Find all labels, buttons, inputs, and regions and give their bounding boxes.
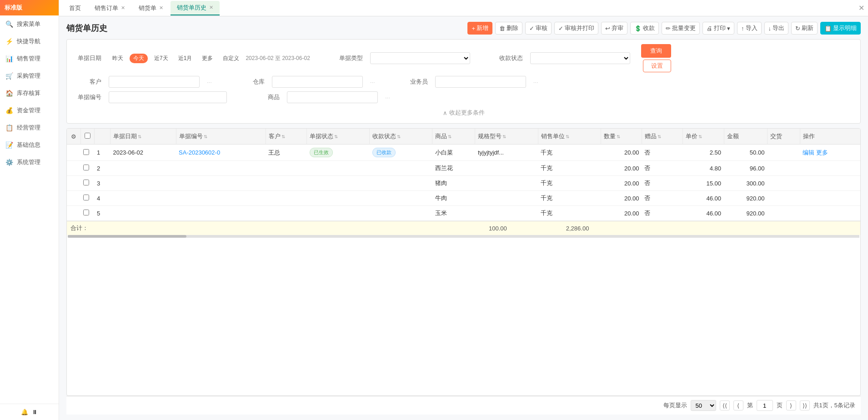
th-qty[interactable]: 数量⇅ xyxy=(601,129,642,145)
horizontal-scrollbar[interactable] xyxy=(68,235,859,238)
salesperson-dots[interactable]: ··· xyxy=(533,79,538,85)
row-checkbox[interactable] xyxy=(83,149,89,155)
th-doc-status[interactable]: 单据状态⇅ xyxy=(307,129,370,145)
tab-close-sales-order[interactable]: ✕ xyxy=(121,5,125,11)
warehouse-dots[interactable]: ··· xyxy=(370,79,375,85)
batch-change-button[interactable]: ✏ 批量变更 xyxy=(662,22,700,35)
import-button[interactable]: ↑ 导入 xyxy=(737,22,762,35)
sidebar-item-operations[interactable]: 📋 经营管理 xyxy=(0,119,59,136)
warehouse-input[interactable] xyxy=(272,76,363,88)
th-gift[interactable]: 赠品⇅ xyxy=(642,129,682,145)
pause-icon[interactable]: ⏸ xyxy=(32,409,38,415)
tab-sales-history[interactable]: 销货单历史 ✕ xyxy=(171,1,220,15)
notification-icon[interactable]: 🔔 xyxy=(21,409,28,415)
date-tab-yesterday[interactable]: 昨天 xyxy=(109,54,127,63)
td-check[interactable] xyxy=(80,161,94,176)
first-page-button[interactable]: ⟨⟨ xyxy=(720,400,730,410)
th-customer[interactable]: 客户⇅ xyxy=(266,129,306,145)
td-qty: 20.00 xyxy=(601,176,642,191)
abandon-button[interactable]: ↩ 弃审 xyxy=(601,22,627,35)
tab-sales-order[interactable]: 销售订单 ✕ xyxy=(88,1,131,15)
th-check[interactable] xyxy=(80,129,94,145)
td-doc-no[interactable] xyxy=(176,161,266,176)
prev-page-button[interactable]: ⟨ xyxy=(733,400,743,410)
sidebar-item-finance[interactable]: 💰 资金管理 xyxy=(0,102,59,119)
date-tab-today[interactable]: 今天 xyxy=(130,54,148,63)
print-button[interactable]: 🖨 打印 ▾ xyxy=(702,22,734,35)
sidebar-item-quick-nav[interactable]: ⚡ 快捷导航 xyxy=(0,33,59,50)
td-doc-no[interactable] xyxy=(176,176,266,191)
date-tab-7days[interactable]: 近7天 xyxy=(151,54,172,63)
td-check[interactable] xyxy=(80,145,94,161)
td-qty: 20.00 xyxy=(601,191,642,206)
td-action xyxy=(800,176,860,191)
refresh-button[interactable]: ↻ 刷新 xyxy=(791,22,818,35)
action-link[interactable]: 编辑 xyxy=(803,149,814,156)
th-settings[interactable]: ⚙ xyxy=(67,129,80,145)
row-checkbox[interactable] xyxy=(83,195,89,200)
td-doc-no[interactable] xyxy=(176,191,266,206)
th-unit[interactable]: 销售单位⇅ xyxy=(538,129,601,145)
delete-button[interactable]: 🗑 删除 xyxy=(495,22,522,35)
th-price[interactable]: 单价⇅ xyxy=(683,129,724,145)
add-button[interactable]: + 新增 xyxy=(467,22,492,35)
th-goods[interactable]: 商品⇅ xyxy=(432,129,475,145)
goods-input[interactable] xyxy=(287,91,378,103)
salesperson-input[interactable] xyxy=(435,76,526,88)
select-all-checkbox[interactable] xyxy=(85,133,90,139)
collapse-button[interactable]: ∧ 收起更多条件 xyxy=(74,107,853,119)
sort-collectstatus-icon: ⇅ xyxy=(397,134,401,139)
td-settings xyxy=(67,191,80,206)
td-check[interactable] xyxy=(80,206,94,221)
date-tab-more[interactable]: 更多 xyxy=(198,54,216,63)
sidebar-item-search[interactable]: 🔍 搜索菜单 xyxy=(0,15,59,33)
td-doc-no[interactable] xyxy=(176,206,266,221)
scrollbar-thumb[interactable] xyxy=(68,235,186,238)
customer-dots[interactable]: ··· xyxy=(207,79,212,85)
tab-sales-delivery[interactable]: 销货单 ✕ xyxy=(132,1,170,15)
row-checkbox[interactable] xyxy=(83,210,89,215)
td-doc-no[interactable]: SA-20230602-0 xyxy=(176,145,266,161)
next-page-button[interactable]: ⟩ xyxy=(786,400,796,410)
th-spec[interactable]: 规格型号⇅ xyxy=(475,129,538,145)
close-all-tabs[interactable]: ✕ xyxy=(858,4,864,12)
sidebar-item-system[interactable]: ⚙️ 系统管理 xyxy=(0,154,59,171)
th-date[interactable]: 单据日期⇅ xyxy=(110,129,176,145)
setup-button[interactable]: 设置 xyxy=(643,60,671,72)
td-check[interactable] xyxy=(80,176,94,191)
export-button[interactable]: ↓ 导出 xyxy=(764,22,789,35)
sidebar-item-basic-info[interactable]: 📝 基础信息 xyxy=(0,136,59,154)
doc-type-select[interactable] xyxy=(370,52,470,64)
row-checkbox[interactable] xyxy=(83,180,89,185)
th-doc-no[interactable]: 单据编号⇅ xyxy=(176,129,266,145)
date-tab-custom[interactable]: 自定义 xyxy=(219,54,243,63)
import-icon: ↑ xyxy=(741,25,744,32)
th-collect-status[interactable]: 收款状态⇅ xyxy=(370,129,432,145)
collect-status-select[interactable] xyxy=(530,52,630,64)
query-button[interactable]: 查询 xyxy=(641,44,671,58)
goods-dots[interactable]: ··· xyxy=(385,94,390,101)
audit-button[interactable]: ✓ 审核 xyxy=(525,22,552,35)
customer-input[interactable] xyxy=(109,76,200,88)
sidebar-item-sales[interactable]: 📊 销售管理 xyxy=(0,50,59,67)
page-number-input[interactable] xyxy=(757,400,773,411)
show-detail-button[interactable]: 📋 显示明细 xyxy=(820,22,861,35)
td-check[interactable] xyxy=(80,191,94,206)
td-customer: 王总 xyxy=(266,145,306,161)
tab-home[interactable]: 首页 xyxy=(63,1,87,15)
td-spec: tyjyjtyjdf... xyxy=(475,145,538,161)
tab-close-sales-history[interactable]: ✕ xyxy=(209,5,213,10)
audit-print-button[interactable]: ✓ 审核并打印 xyxy=(554,22,598,35)
date-tab-1month[interactable]: 近1月 xyxy=(175,54,196,63)
sidebar-item-inventory[interactable]: 🏠 库存核算 xyxy=(0,85,59,102)
td-unit: 千克 xyxy=(538,176,601,191)
collect-button[interactable]: 💲 收款 xyxy=(630,22,659,35)
per-page-select[interactable]: 50 100 200 xyxy=(691,400,716,411)
tab-close-sales-delivery[interactable]: ✕ xyxy=(159,5,163,11)
sidebar-item-purchase[interactable]: 🛒 采购管理 xyxy=(0,67,59,85)
last-page-button[interactable]: ⟩⟩ xyxy=(800,400,810,410)
doc-no-input[interactable] xyxy=(109,91,227,103)
action-link[interactable]: 更多 xyxy=(816,149,828,156)
show-detail-icon: 📋 xyxy=(824,25,832,32)
row-checkbox[interactable] xyxy=(83,165,89,170)
